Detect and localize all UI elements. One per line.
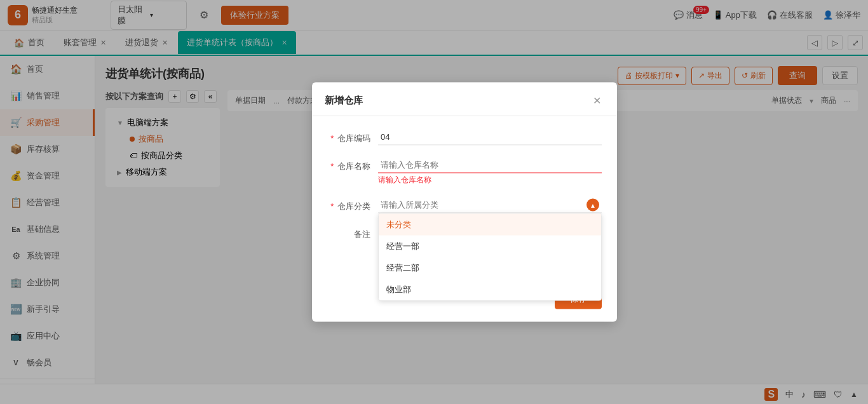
category-dropdown: 未分类 经营一部 经营二部 物业部 bbox=[378, 213, 602, 301]
form-row-name: * 仓库名称 请输入仓库名称 bbox=[327, 157, 602, 185]
dialog-body: * 仓库编码 * 仓库名称 请输入仓库名称 * 仓库分类 bbox=[312, 116, 617, 283]
new-warehouse-dialog: 新增仓库 ✕ * 仓库编码 * 仓库名称 请输入仓库名称 bbox=[312, 83, 617, 322]
dropdown-item-0[interactable]: 未分类 bbox=[379, 214, 601, 236]
required-star: * bbox=[330, 161, 334, 171]
form-row-code: * 仓库编码 bbox=[327, 129, 602, 145]
form-row-category: * 仓库分类 ▲ 未分类 经营一部 经营二部 物业部 bbox=[327, 197, 602, 213]
category-toggle-btn[interactable]: ▲ bbox=[587, 199, 599, 212]
required-star: * bbox=[330, 133, 334, 143]
dropdown-item-3[interactable]: 物业部 bbox=[379, 279, 601, 300]
category-select-input[interactable] bbox=[378, 197, 602, 213]
warehouse-code-input[interactable] bbox=[378, 129, 602, 145]
name-error-text: 请输入仓库名称 bbox=[378, 175, 602, 185]
dialog-title: 新增仓库 bbox=[325, 94, 363, 106]
warehouse-name-input[interactable] bbox=[378, 157, 602, 173]
required-star: * bbox=[330, 201, 334, 211]
dialog-header: 新增仓库 ✕ bbox=[312, 83, 617, 116]
dropdown-item-1[interactable]: 经营一部 bbox=[379, 236, 601, 257]
dialog-close-button[interactable]: ✕ bbox=[589, 93, 604, 108]
dropdown-item-2[interactable]: 经营二部 bbox=[379, 257, 601, 279]
